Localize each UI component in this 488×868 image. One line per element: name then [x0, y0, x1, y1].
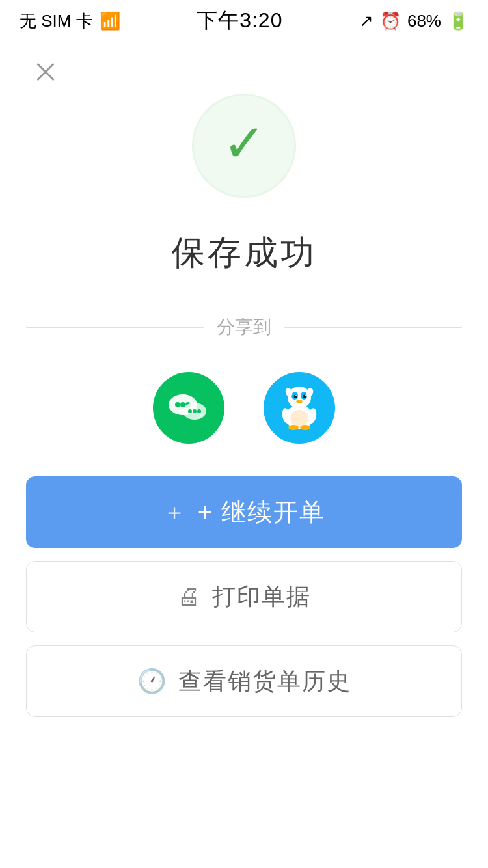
- svg-point-16: [305, 395, 306, 396]
- location-icon: ↗: [359, 11, 373, 31]
- share-divider: 分享到: [26, 315, 462, 340]
- svg-point-8: [197, 409, 201, 413]
- success-circle: ✓: [192, 94, 296, 198]
- history-button[interactable]: 🕐 查看销货单历史: [26, 645, 462, 717]
- svg-point-7: [193, 409, 197, 413]
- divider-left: [26, 327, 204, 328]
- action-buttons: ＋ + 继续开单 🖨 打印单据 🕐 查看销货单历史: [26, 476, 462, 717]
- svg-point-20: [288, 425, 299, 430]
- history-label: 查看销货单历史: [178, 666, 351, 698]
- svg-point-19: [290, 410, 308, 427]
- status-left: 无 SIM 卡 📶: [20, 10, 120, 33]
- svg-point-15: [295, 395, 297, 396]
- status-right: ↗ ⏰ 68% 🔋: [359, 11, 468, 31]
- checkmark-icon: ✓: [223, 118, 266, 170]
- svg-point-6: [188, 409, 192, 413]
- success-title: 保存成功: [171, 230, 317, 276]
- wifi-icon: 📶: [100, 11, 120, 31]
- divider-right: [284, 327, 462, 328]
- svg-point-1: [175, 402, 180, 407]
- share-label: 分享到: [217, 315, 271, 340]
- svg-point-17: [296, 400, 303, 403]
- svg-point-14: [303, 395, 306, 398]
- svg-point-13: [294, 395, 297, 398]
- main-content: ✓ 保存成功 分享到: [0, 42, 488, 717]
- svg-point-21: [300, 425, 310, 430]
- time-display: 下午3:20: [197, 7, 282, 35]
- share-qq-button[interactable]: [264, 372, 335, 444]
- battery-icon: 🔋: [448, 11, 468, 31]
- share-icons-container: [26, 372, 462, 444]
- wechat-icon: [167, 390, 210, 426]
- battery-text: 68%: [407, 11, 441, 31]
- share-section: 分享到: [0, 315, 488, 444]
- continue-button[interactable]: ＋ + 继续开单: [26, 476, 462, 548]
- plus-icon: ＋: [163, 496, 187, 528]
- print-label: 打印单据: [212, 581, 311, 613]
- carrier-text: 无 SIM 卡: [20, 10, 93, 33]
- continue-label: + 继续开单: [198, 496, 326, 529]
- alarm-icon: ⏰: [380, 11, 401, 31]
- status-bar: 无 SIM 卡 📶 下午3:20 ↗ ⏰ 68% 🔋: [0, 0, 488, 42]
- qq-icon: [280, 386, 319, 430]
- share-wechat-button[interactable]: [153, 372, 224, 444]
- close-button[interactable]: [26, 52, 65, 91]
- history-icon: 🕐: [137, 668, 168, 695]
- printer-icon: 🖨: [177, 583, 202, 610]
- print-button[interactable]: 🖨 打印单据: [26, 561, 462, 632]
- svg-point-2: [180, 402, 185, 407]
